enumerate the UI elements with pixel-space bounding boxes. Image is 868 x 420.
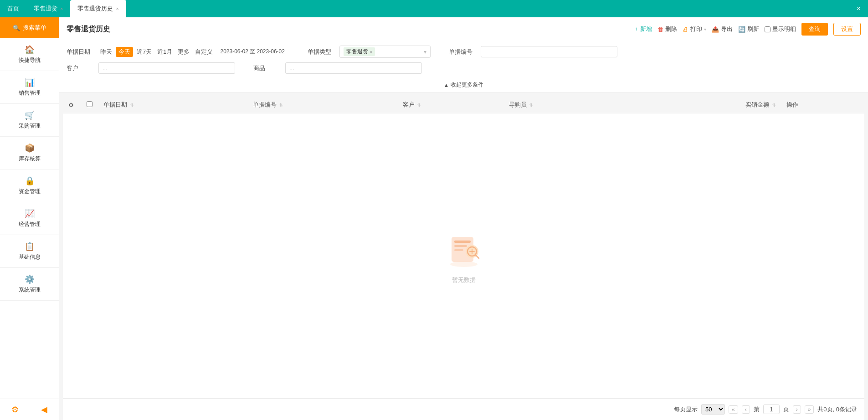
type-dropdown-icon: ▾ bbox=[424, 49, 426, 55]
filter-area: 单据日期 昨天 今天 近7天 近1月 更多 自定义 2023-06-02 至 2… bbox=[67, 41, 861, 92]
pagination: 每页显示 10 20 50 100 « ‹ 第 页 › » 共0页, 0条记录 bbox=[63, 398, 864, 420]
date-opt-more[interactable]: 更多 bbox=[176, 47, 191, 57]
system-icon: ⚙️ bbox=[25, 274, 35, 284]
date-opt-yesterday[interactable]: 昨天 bbox=[98, 47, 114, 57]
sales-icon: 📊 bbox=[25, 77, 35, 87]
date-range-display: 2023-06-02 至 2023-06-02 bbox=[220, 48, 284, 56]
delete-button[interactable]: 🗑 删除 bbox=[657, 25, 677, 33]
date-opt-today[interactable]: 今天 bbox=[116, 47, 133, 57]
empty-text: 暂无数据 bbox=[452, 276, 476, 284]
tab-retail-return[interactable]: 零售退货 × bbox=[26, 0, 70, 17]
toolbar: + 新增 🗑 删除 🖨 打印 ▾ 📤 导出 🔄 bbox=[635, 23, 861, 36]
th-number[interactable]: 单据编号 ⇅ bbox=[247, 97, 397, 113]
th-date[interactable]: 单据日期 ⇅ bbox=[98, 97, 247, 113]
search-icon: 🔍 bbox=[13, 25, 20, 31]
sidebar-item-quick-nav[interactable]: 🏠 快捷导航 bbox=[0, 38, 59, 71]
date-opt-1month[interactable]: 近1月 bbox=[155, 47, 174, 57]
tab-retail-return-history[interactable]: 零售退货历史 × bbox=[70, 0, 126, 17]
page-header: 零售退货历史 + 新增 🗑 删除 🖨 打印 ▾ 📤 导出 bbox=[59, 17, 868, 93]
empty-illustration bbox=[443, 228, 484, 269]
first-page-btn[interactable]: « bbox=[729, 405, 738, 414]
sidebar-bottom: ⚙ ◀ bbox=[0, 399, 59, 420]
finance-icon: 🔒 bbox=[25, 176, 35, 186]
per-page-select[interactable]: 10 20 50 100 bbox=[701, 404, 725, 415]
product-placeholder: ... bbox=[289, 65, 294, 72]
tab-retail-return-history-close[interactable]: × bbox=[116, 6, 118, 11]
type-filter-label: 单据类型 bbox=[308, 48, 339, 56]
date-filter-label: 单据日期 bbox=[67, 48, 98, 56]
query-button[interactable]: 查询 bbox=[801, 23, 828, 36]
tab-home[interactable]: 首页 bbox=[0, 0, 26, 17]
add-button[interactable]: + 新增 bbox=[635, 25, 652, 33]
select-all-checkbox[interactable] bbox=[87, 101, 92, 107]
per-page-label: 每页显示 bbox=[674, 405, 698, 414]
sidebar-item-system[interactable]: ⚙️ 系统管理 bbox=[0, 268, 59, 301]
print-dropdown-icon: ▾ bbox=[704, 27, 706, 32]
collapse-sidebar-icon[interactable]: ◀ bbox=[41, 405, 47, 415]
th-checkbox bbox=[81, 97, 98, 113]
sidebar-item-inventory[interactable]: 📦 库存核算 bbox=[0, 137, 59, 169]
page-title: 零售退货历史 bbox=[67, 25, 110, 34]
filter-row-customer: 客户 ... 商品 ... bbox=[67, 62, 861, 74]
date-opt-custom[interactable]: 自定义 bbox=[193, 47, 215, 57]
last-page-btn[interactable]: » bbox=[805, 405, 814, 414]
customer-placeholder: ... bbox=[103, 65, 108, 72]
export-button[interactable]: 📤 导出 bbox=[712, 25, 733, 33]
number-filter-input[interactable] bbox=[481, 46, 617, 57]
type-filter-tags: 零售退货 × bbox=[344, 47, 375, 56]
th-amount[interactable]: 实销金额 ⇅ bbox=[631, 97, 781, 113]
th-gear: ⚙ bbox=[63, 97, 81, 113]
customer-filter-input[interactable]: ... bbox=[98, 62, 235, 74]
show-detail-toggle[interactable]: 显示明细 bbox=[765, 25, 796, 33]
sidebar-item-basic-info[interactable]: 📋 基础信息 bbox=[0, 235, 59, 268]
type-filter-select[interactable]: 零售退货 × ▾ bbox=[339, 46, 431, 58]
th-customer[interactable]: 客户 ⇅ bbox=[397, 97, 503, 113]
sidebar-item-operations[interactable]: 📈 经营管理 bbox=[0, 202, 59, 235]
filter-date-options: 昨天 今天 近7天 近1月 更多 自定义 2023-06-02 至 2023-0… bbox=[98, 47, 285, 57]
product-filter-input[interactable]: ... bbox=[285, 62, 422, 74]
tab-bar: 首页 零售退货 × 零售退货历史 × × bbox=[0, 0, 868, 17]
tab-retail-return-close[interactable]: × bbox=[60, 6, 63, 11]
sidebar-item-label: 系统管理 bbox=[19, 286, 41, 294]
svg-rect-4 bbox=[454, 249, 463, 251]
main-layout: 🔍 搜索菜单 🏠 快捷导航 📊 销售管理 🛒 采购管理 📦 库存核算 🔒 资金管… bbox=[0, 17, 868, 420]
date-opt-7days[interactable]: 近7天 bbox=[135, 47, 154, 57]
sidebar-item-label: 快捷导航 bbox=[19, 56, 41, 64]
refresh-icon: 🔄 bbox=[738, 26, 745, 33]
window-close-btn[interactable]: × bbox=[857, 5, 868, 13]
sidebar-item-label: 销售管理 bbox=[19, 89, 41, 97]
print-button[interactable]: 🖨 打印 ▾ bbox=[683, 25, 706, 33]
sidebar-item-label: 经营管理 bbox=[19, 220, 41, 228]
page-number-input[interactable] bbox=[763, 405, 780, 414]
sidebar-search-label: 搜索菜单 bbox=[23, 24, 46, 32]
sidebar-item-finance[interactable]: 🔒 资金管理 bbox=[0, 169, 59, 202]
page-unit-label: 页 bbox=[783, 405, 789, 414]
collapse-filters-btn[interactable]: ▲ 收起更多条件 bbox=[67, 78, 861, 92]
type-filter-tag-retail: 零售退货 × bbox=[344, 47, 375, 56]
settings-button[interactable]: 设置 bbox=[833, 23, 861, 36]
gear-icon[interactable]: ⚙ bbox=[68, 102, 74, 108]
sidebar-item-sales[interactable]: 📊 销售管理 bbox=[0, 71, 59, 104]
th-guide[interactable]: 导购员 ⇅ bbox=[503, 97, 632, 113]
sidebar-item-purchase[interactable]: 🛒 采购管理 bbox=[0, 104, 59, 137]
show-detail-checkbox-input[interactable] bbox=[765, 26, 770, 32]
settings-bottom-icon[interactable]: ⚙ bbox=[11, 405, 19, 415]
prev-page-btn[interactable]: ‹ bbox=[742, 405, 750, 414]
sidebar-item-label: 采购管理 bbox=[19, 122, 41, 130]
sidebar-search[interactable]: 🔍 搜索菜单 bbox=[0, 17, 59, 38]
customer-filter-label: 客户 bbox=[67, 64, 98, 72]
delete-icon: 🗑 bbox=[657, 26, 663, 33]
export-icon: 📤 bbox=[712, 26, 719, 33]
next-page-btn[interactable]: › bbox=[793, 405, 801, 414]
sidebar-item-label: 资金管理 bbox=[19, 188, 41, 195]
content-area: 零售退货历史 + 新增 🗑 删除 🖨 打印 ▾ 📤 导出 bbox=[59, 17, 868, 420]
purchase-icon: 🛒 bbox=[25, 110, 35, 120]
type-filter-tag-close[interactable]: × bbox=[370, 49, 372, 55]
svg-point-0 bbox=[450, 261, 478, 267]
content-inner: ⚙ 单据日期 ⇅ 单据编号 bbox=[59, 93, 868, 420]
svg-line-7 bbox=[476, 255, 479, 258]
refresh-button[interactable]: 🔄 刷新 bbox=[738, 25, 759, 33]
basic-info-icon: 📋 bbox=[25, 241, 35, 251]
print-icon: 🖨 bbox=[683, 26, 688, 33]
table-area: ⚙ 单据日期 ⇅ 单据编号 bbox=[63, 97, 864, 420]
